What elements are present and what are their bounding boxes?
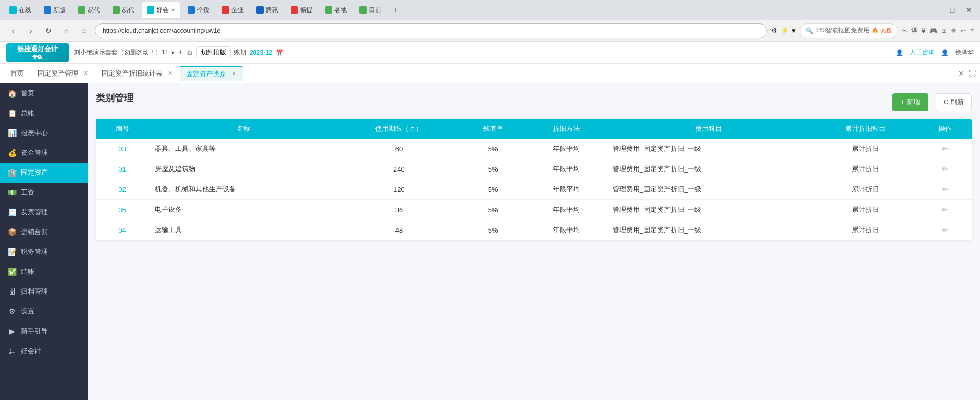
page-title: 类别管理 [96, 92, 133, 104]
cell-depreciation-3: 累计折旧 [811, 200, 919, 220]
browser-tab-5[interactable]: 个税 [182, 2, 215, 18]
sidebar-item-fixed-assets[interactable]: 🏢 固定资产 [0, 163, 88, 183]
refresh-button[interactable]: C 刷新 [936, 93, 972, 111]
settings-icon: ⚙ [7, 307, 17, 316]
sidebar-item-reports[interactable]: 📊 报表中心 [0, 123, 88, 143]
cell-residual-1: 5% [460, 159, 526, 179]
back-button[interactable]: ‹ [6, 24, 20, 38]
browser-tab-8[interactable]: 畅提 [286, 2, 318, 18]
sidebar-item-archive[interactable]: 🗄 归档管理 [0, 282, 88, 301]
close-window-button[interactable]: ✕ [962, 3, 976, 17]
sidebar-item-invoice[interactable]: 🧾 发票管理 [0, 202, 88, 222]
cell-residual-2: 5% [460, 179, 526, 200]
bookmark-button[interactable]: ☆ [77, 24, 91, 38]
app-logo: 畅捷通好会计 专版 [6, 43, 69, 62]
tab-home[interactable]: 首页 [4, 66, 30, 81]
cell-method-3: 年限平均 [526, 200, 606, 220]
tools-icon: ⚙ [771, 27, 777, 34]
tab-fixed-asset-mgmt[interactable]: 固定资产管理 ✕ [31, 66, 94, 81]
sidebar-item-purchase-sales[interactable]: 📦 进销台账 [0, 222, 88, 242]
sidebar-item-tax[interactable]: 📝 税务管理 [0, 242, 88, 262]
close-tab-3[interactable]: ✕ [232, 70, 237, 77]
grid-icon: ⊞ [941, 27, 947, 34]
edit-icon-0[interactable]: ✏ [942, 144, 948, 153]
cell-op-3[interactable]: ✏ [919, 200, 972, 220]
sidebar-item-guide[interactable]: ▶ 新手引导 [0, 321, 88, 341]
browser-tab-bar: 在线 新版 易代 易代 好会 ✕ 个税 企业 腾讯 畅提 各地 目前 + [0, 0, 980, 20]
edit-icon-4[interactable]: ✏ [942, 226, 948, 234]
close-tab-2[interactable]: ✕ [168, 70, 172, 77]
user-dropdown-icon[interactable]: ▾ [171, 49, 175, 56]
cell-residual-0: 5% [460, 139, 526, 159]
cell-code-4[interactable]: 04 [96, 220, 148, 240]
app-header: 畅捷通好会计 专版 刘小艳演示套套（勿删勿动！）11 ▾ + ⚙ 切到旧版 账期… [0, 42, 980, 64]
sidebar-item-close[interactable]: ✅ 结账 [0, 262, 88, 282]
maximize-button[interactable]: □ [946, 3, 959, 17]
browser-tab-1[interactable]: 新版 [39, 2, 71, 18]
home-button[interactable]: ⌂ [59, 24, 73, 38]
sidebar-item-payroll[interactable]: 💵 工资 [0, 183, 88, 202]
reload-button[interactable]: ↻ [42, 24, 55, 38]
browser-tab-2[interactable]: 易代 [73, 2, 105, 18]
cell-period-2: 120 [339, 179, 460, 200]
tab-asset-category[interactable]: 固定资产类别 ✕ [180, 66, 243, 81]
sidebar-item-settings[interactable]: ⚙ 设置 [0, 301, 88, 321]
cell-code-3[interactable]: 05 [96, 200, 148, 220]
minimize-button[interactable]: ─ [929, 3, 942, 17]
browser-tab-close-4[interactable]: ✕ [171, 7, 175, 13]
browser-tab-10[interactable]: 目前 [354, 2, 387, 18]
close-accounts-icon: ✅ [7, 267, 17, 276]
cell-code-1[interactable]: 01 [96, 159, 148, 179]
forward-button[interactable]: › [24, 24, 38, 38]
col-expense: 费用科目 [606, 119, 812, 139]
sidebar-item-accounting[interactable]: 🏷 好会计 [0, 341, 88, 361]
edit-icon-2[interactable]: ✏ [942, 185, 948, 193]
browser-tab-4[interactable]: 好会 ✕ [142, 2, 180, 18]
translate-icon: 译 [911, 26, 917, 35]
funds-icon: 💰 [7, 148, 17, 157]
table-row: 02 机器、机械和其他生产设备 120 5% 年限平均 管理费用_固定资产折旧_… [96, 179, 972, 200]
sidebar-item-ledger[interactable]: 📋 总账 [0, 103, 88, 123]
cell-code-2[interactable]: 02 [96, 179, 148, 200]
assets-icon: 🏢 [7, 168, 17, 177]
table-row: 01 房屋及建筑物 240 5% 年限平均 管理费用_固定资产折旧_一级 累计折… [96, 159, 972, 179]
close-tab-1[interactable]: ✕ [83, 70, 88, 77]
cell-code-0[interactable]: 03 [96, 139, 148, 159]
search-bar[interactable]: 🔍 360智能抠图免费用 🔥 热搜 [800, 23, 898, 38]
edit-icon-3[interactable]: ✏ [942, 205, 948, 214]
browser-tab-6[interactable]: 企业 [217, 2, 249, 18]
browser-tab-9[interactable]: 各地 [320, 2, 352, 18]
settings-icon[interactable]: ⚙ [187, 49, 193, 57]
cell-period-4: 48 [339, 220, 460, 240]
add-button[interactable]: + 新增 [892, 93, 928, 111]
tab-depreciation-stats[interactable]: 固定资产折旧统计表 ✕ [95, 66, 179, 81]
browser-tab-0[interactable]: 在线 [4, 2, 36, 18]
cell-name-2: 机器、机械和其他生产设备 [148, 179, 338, 200]
expand-tab-action[interactable]: ⛶ [969, 69, 976, 78]
col-operation: 操作 [919, 119, 972, 139]
address-input[interactable] [95, 23, 767, 38]
sidebar-item-home[interactable]: 🏠 首页 [0, 83, 88, 103]
app-header-right: 👤 人工咨询 👤 徐泽华 [896, 48, 974, 57]
switch-version-btn[interactable]: 切到旧版 [196, 46, 231, 58]
sidebar-item-funds[interactable]: 💰 资金管理 [0, 143, 88, 163]
cell-op-2[interactable]: ✏ [919, 179, 972, 200]
user-avatar: 👤 [941, 49, 949, 56]
hot-tag: 🔥 热搜 [872, 27, 892, 34]
browser-tab-3[interactable]: 易代 [107, 2, 140, 18]
calendar-icon[interactable]: 📅 [276, 49, 283, 56]
edit-icon-1[interactable]: ✏ [942, 165, 948, 173]
new-tab-button[interactable]: + [389, 3, 402, 17]
cell-period-3: 36 [339, 200, 460, 220]
accounting-icon: 🏷 [7, 346, 17, 356]
cell-op-4[interactable]: ✏ [919, 220, 972, 240]
add-company-btn[interactable]: + [178, 47, 183, 58]
undo-icon: ↩ [961, 27, 966, 34]
cell-op-0[interactable]: ✏ [919, 139, 972, 159]
cell-residual-3: 5% [460, 200, 526, 220]
browser-tab-7[interactable]: 腾讯 [251, 2, 283, 18]
content-area: 类别管理 + 新增 C 刷新 编号 名称 使用期限（月） 残值率 折旧方法 费用… [88, 83, 980, 400]
close-tab-action[interactable]: ✕ [958, 69, 964, 78]
cell-op-1[interactable]: ✏ [919, 159, 972, 179]
col-period: 使用期限（月） [339, 119, 460, 139]
